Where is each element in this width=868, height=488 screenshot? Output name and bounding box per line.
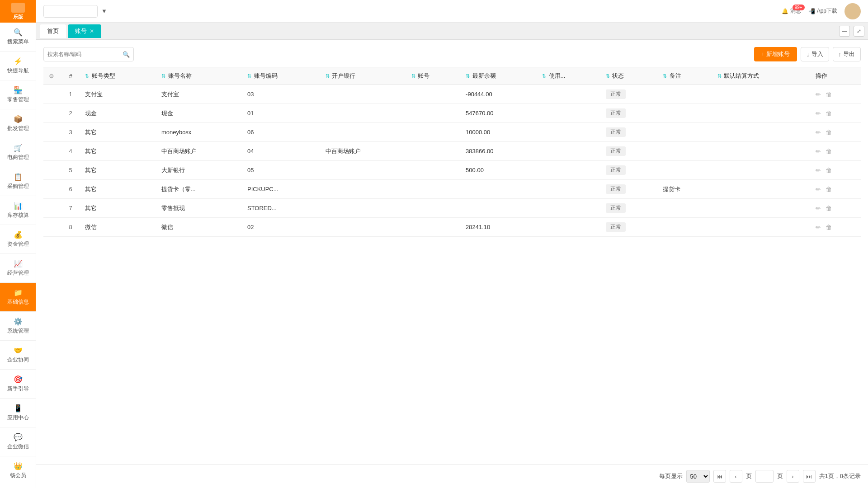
delete-icon[interactable]: 🗑 [826,91,832,98]
sidebar-item-system-label: 系统管理 [7,327,29,335]
sidebar-item-wholesale[interactable]: 📦 批发管理 [0,109,36,138]
user-avatar[interactable] [844,3,861,19]
col-account[interactable]: ⇅ 账号 [406,67,460,85]
row-bank [320,104,406,123]
row-account [406,161,460,180]
tab-accounts[interactable]: 账号 ✕ [68,24,101,38]
row-bank [320,199,406,218]
row-num: 3 [61,123,80,142]
search-input[interactable] [47,51,123,57]
export-button[interactable]: ↑ 导出 [833,47,861,61]
col-code[interactable]: ⇅ 账号编码 [242,67,320,85]
sidebar-item-search[interactable]: 🔍 搜索菜单 [0,23,36,52]
col-remark[interactable]: ⇅ 备注 [657,67,712,85]
page-label: 页 [746,472,752,480]
col-status[interactable]: ⇅ 状态 [600,67,658,85]
row-usage [537,180,600,199]
sidebar-item-guide[interactable]: 🎯 新手引导 [0,370,36,399]
edit-icon[interactable]: ✏ [816,205,821,212]
col-bank-label: 开户银行 [332,72,355,79]
edit-icon[interactable]: ✏ [816,148,821,155]
sidebar-item-purchase[interactable]: 📋 采购管理 [0,167,36,196]
settings-icon[interactable]: ⚙ [49,73,54,80]
ecommerce-icon: 🛒 [14,144,23,152]
row-name: 零售抵现 [156,199,242,218]
delete-icon[interactable]: 🗑 [826,224,832,231]
sidebar-item-enterprise-wechat[interactable]: 💬 企业微信 [0,427,36,456]
topbar-search-input[interactable] [43,5,98,18]
sidebar-item-system[interactable]: ⚙️ 系统管理 [0,312,36,341]
tab-accounts-close-icon[interactable]: ✕ [90,28,94,34]
edit-icon[interactable]: ✏ [816,224,821,231]
page-size-select[interactable]: 50 20 100 [686,470,710,483]
col-type[interactable]: ⇅ 账号类型 [80,67,156,85]
row-account [406,104,460,123]
row-status: 正常 [600,142,658,161]
row-bank [320,180,406,199]
edit-icon[interactable]: ✏ [816,110,821,117]
col-settings[interactable]: ⚙ [43,67,61,85]
col-name[interactable]: ⇅ 账号名称 [156,67,242,85]
search-icon[interactable]: 🔍 [123,51,130,58]
col-balance[interactable]: ⇅ 最新余额 [460,67,537,85]
sidebar-item-enterprise-wechat-label: 企业微信 [7,443,29,450]
sidebar-item-ecommerce[interactable]: 🛒 电商管理 [0,138,36,167]
col-name-sort-icon: ⇅ [161,73,165,79]
col-default-settlement[interactable]: ⇅ 默认结算方式 [712,67,810,85]
topbar-dropdown[interactable]: ▼ [101,8,107,14]
enterprise-agreement-icon: 🤝 [14,346,23,355]
row-status: 正常 [600,104,658,123]
tab-home[interactable]: 首页 [40,24,66,38]
row-code: 02 [242,218,320,237]
row-status: 正常 [600,123,658,142]
sidebar-item-inventory[interactable]: 📊 库存核算 [0,196,36,225]
sidebar-item-operations[interactable]: 📈 经营管理 [0,254,36,283]
col-usage[interactable]: ⇅ 使用... [537,67,600,85]
page-prev-button[interactable]: ‹ [730,470,742,483]
row-balance [460,180,537,199]
page-next-button[interactable]: › [787,470,799,483]
accounts-table: ⚙ # ⇅ 账号类型 ⇅ 账号名称 ⇅ 账号编码 [43,67,861,237]
col-default-settlement-sort-icon: ⇅ [717,73,722,79]
tab-minimize-button[interactable]: — [839,26,850,37]
sidebar-item-enterprise-agreement[interactable]: 🤝 企业协同 [0,341,36,370]
delete-icon[interactable]: 🗑 [826,186,832,193]
delete-icon[interactable]: 🗑 [826,110,832,117]
delete-icon[interactable]: 🗑 [826,167,832,174]
row-balance: 10000.00 [460,123,537,142]
page-first-button[interactable]: ⏮ [713,470,726,483]
row-action: ✏ 🗑 [810,180,861,199]
sidebar-item-members[interactable]: 👑 畅会员 [0,456,36,485]
sidebar-item-app-center[interactable]: 📱 应用中心 [0,399,36,427]
row-usage [537,104,600,123]
col-name-label: 账号名称 [168,72,192,79]
delete-icon[interactable]: 🗑 [826,205,832,212]
import-button[interactable]: ↓ 导入 [801,47,829,61]
edit-icon[interactable]: ✏ [816,129,821,136]
col-bank[interactable]: ⇅ 开户银行 [320,67,406,85]
tab-expand-button[interactable]: ⤢ [854,26,864,37]
row-account [406,199,460,218]
delete-icon[interactable]: 🗑 [826,148,832,155]
bell-icon: 🔔 [782,8,788,14]
row-num: 8 [61,218,80,237]
sidebar-item-retail[interactable]: 🏪 零售管理 [0,80,36,109]
add-account-button[interactable]: + 新增账号 [754,47,797,61]
edit-icon[interactable]: ✏ [816,167,821,174]
page-input[interactable]: 1 [755,470,774,483]
delete-icon[interactable]: 🗑 [826,129,832,136]
page-go-label: 页 [777,472,783,480]
row-balance [460,199,537,218]
sidebar-item-finance[interactable]: 💰 资金管理 [0,225,36,254]
row-remark [657,161,712,180]
edit-icon[interactable]: ✏ [816,186,821,193]
page-last-button[interactable]: ⏭ [803,470,816,483]
table-row: 8 微信 微信 02 28241.10 正常 ✏ 🗑 [43,218,861,237]
edit-icon[interactable]: ✏ [816,91,821,98]
notification-button[interactable]: 🔔 消息 99+ [782,7,801,15]
col-usage-sort-icon: ⇅ [542,73,546,79]
sidebar-item-basic-info[interactable]: 📁 基础信息 [0,283,36,312]
sidebar-item-quick-nav[interactable]: ⚡ 快捷导航 [0,52,36,80]
app-download-button[interactable]: 📲 App下载 [808,7,837,15]
search-menu-icon: 🔍 [14,28,23,37]
